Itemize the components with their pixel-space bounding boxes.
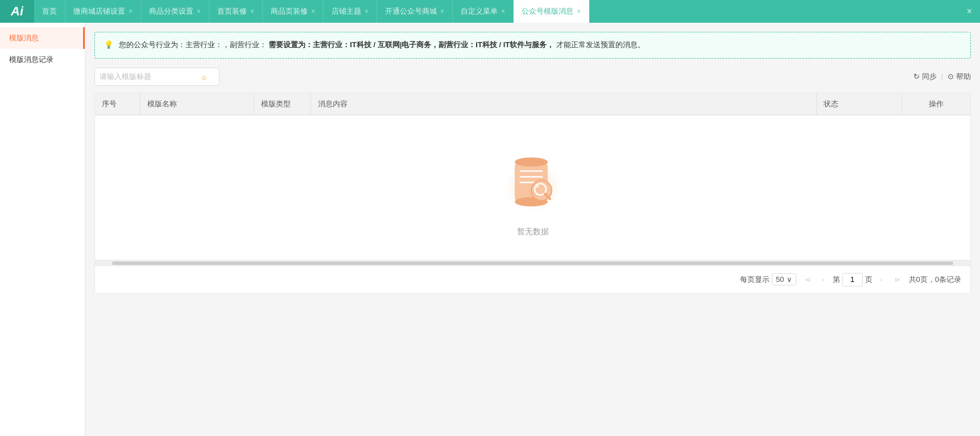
total-info: 共0页，0条记录 (909, 275, 961, 285)
close-tab-shop-theme[interactable]: × (365, 7, 369, 15)
close-tab-custom-menu[interactable]: × (501, 7, 505, 15)
page-label: 第 (833, 275, 840, 285)
help-icon: ⊙ (948, 72, 954, 81)
empty-text: 暂无数据 (517, 227, 549, 237)
page-size-value: 50 (776, 275, 784, 284)
horizontal-scrollbar[interactable] (95, 260, 970, 265)
help-button[interactable]: ⊙ 帮助 (948, 72, 971, 82)
content-area: 💡 您的公众号行业为：主营行业：，副营行业： 需要设置为：主营行业：IT科技 /… (85, 23, 980, 436)
sidebar-item-template-msg[interactable]: 模版消息 (0, 27, 85, 49)
sync-button[interactable]: ↻ 同步 (913, 72, 937, 82)
nav-tab-open-mall[interactable]: 开通公众号商城× (377, 0, 453, 23)
col-header-action: 操作 (902, 93, 970, 115)
per-page-label: 每页显示 (740, 275, 770, 285)
search-bar: ⌕ ↻ 同步 | ⊙ 帮助 (94, 68, 971, 86)
close-tab-homepage-decor[interactable]: × (250, 7, 254, 15)
sidebar: 模版消息模版消息记录 (0, 23, 85, 436)
dropdown-icon: ∨ (787, 275, 792, 284)
toolbar-right: ↻ 同步 | ⊙ 帮助 (913, 72, 971, 82)
empty-state: 暂无数据 (95, 115, 970, 260)
last-page-button[interactable]: ⊳ (891, 273, 904, 286)
nav-tab-category[interactable]: 商品分类设置× (141, 0, 209, 23)
table-header: 序号 模版名称 模版类型 消息内容 状态 操作 (95, 93, 970, 115)
notice-highlight: 需要设置为：主营行业：IT科技 / 互联网|电子商务，副营行业：IT科技 / I… (268, 40, 554, 49)
col-header-status: 状态 (817, 93, 902, 115)
close-tab-open-mall[interactable]: × (440, 7, 444, 15)
nav-tab-homepage-decor[interactable]: 首页装修× (209, 0, 263, 23)
nav-tab-home[interactable]: 首页 (34, 0, 65, 23)
nav-tab-template-msg[interactable]: 公众号模版消息× (514, 0, 589, 23)
page-navigation: ⊲ ‹ 第 页 › ⊳ (801, 273, 904, 286)
notice-suffix: 才能正常发送预置的消息。 (556, 40, 645, 49)
svg-point-2 (515, 157, 548, 167)
pagination: 每页显示 50 ∨ ⊲ ‹ 第 页 › ⊳ 共0页，0条记录 (95, 265, 970, 293)
close-all-button[interactable]: × (959, 6, 980, 16)
toolbar-divider: | (941, 72, 943, 81)
help-label: 帮助 (956, 72, 971, 82)
search-icon[interactable]: ⌕ (202, 72, 206, 81)
close-tab-weshop[interactable]: × (129, 7, 133, 15)
col-header-type: 模版类型 (254, 93, 311, 115)
page-suffix: 页 (865, 275, 873, 285)
page-size-dropdown[interactable]: 50 ∨ (772, 273, 796, 285)
first-page-button[interactable]: ⊲ (801, 273, 814, 286)
close-tab-template-msg[interactable]: × (577, 7, 581, 15)
notice-box: 💡 您的公众号行业为：主营行业：，副营行业： 需要设置为：主营行业：IT科技 /… (94, 32, 971, 59)
sync-icon: ↻ (913, 72, 920, 81)
nav-tab-shop-theme[interactable]: 店铺主题× (324, 0, 377, 23)
nav-tab-weshop[interactable]: 微商城店铺设置× (65, 0, 141, 23)
scrollbar-thumb (112, 261, 953, 265)
table-container: 序号 模版名称 模版类型 消息内容 状态 操作 (94, 93, 971, 294)
search-input[interactable] (100, 72, 202, 81)
brand-logo: Ai (0, 0, 34, 23)
svg-point-10 (536, 185, 539, 188)
nav-tab-product-decor[interactable]: 商品页装修× (263, 0, 324, 23)
main-layout: 模版消息模版消息记录 💡 您的公众号行业为：主营行业：，副营行业： 需要设置为：… (0, 23, 980, 436)
prev-page-button[interactable]: ‹ (817, 273, 830, 286)
nav-tab-custom-menu[interactable]: 自定义菜单× (453, 0, 514, 23)
col-header-content: 消息内容 (311, 93, 817, 115)
notice-icon: 💡 (104, 40, 113, 49)
col-header-name: 模版名称 (140, 93, 254, 115)
notice-prefix: 您的公众号行业为：主营行业：，副营行业： (119, 40, 267, 49)
close-tab-product-decor[interactable]: × (311, 7, 315, 15)
search-input-wrap: ⌕ (94, 68, 220, 86)
page-number-input[interactable] (842, 273, 863, 286)
close-tab-category[interactable]: × (197, 7, 201, 15)
top-navigation: Ai 首页微商城店铺设置×商品分类设置×首页装修×商品页装修×店铺主题×开通公众… (0, 0, 980, 23)
empty-illustration (499, 150, 567, 218)
sidebar-item-template-record[interactable]: 模版消息记录 (0, 49, 85, 70)
next-page-button[interactable]: › (875, 273, 888, 286)
page-size-select: 每页显示 50 ∨ (740, 273, 796, 285)
col-header-seq: 序号 (95, 93, 140, 115)
sync-label: 同步 (922, 72, 937, 82)
